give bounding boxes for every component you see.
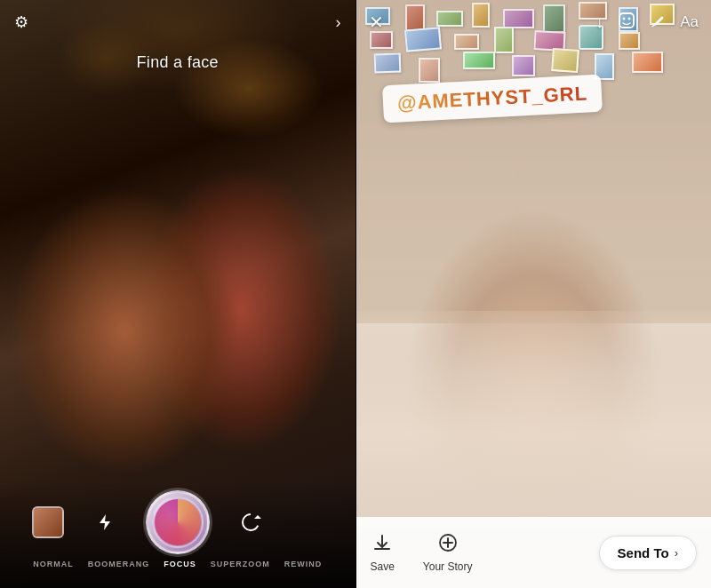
send-to-chevron-icon: › — [675, 546, 678, 560]
svg-point-3 — [623, 17, 626, 20]
save-action[interactable]: Save — [371, 533, 395, 573]
flash-button[interactable] — [89, 506, 121, 538]
save-label: Save — [371, 560, 395, 573]
gallery-thumbnail[interactable] — [32, 506, 64, 538]
camera-bottom-controls: NORMAL BOOMERANG FOCUS SUPERZOOM REWIND — [0, 481, 356, 588]
svg-rect-2 — [619, 13, 634, 28]
your-story-icon — [438, 533, 458, 557]
svg-marker-1 — [254, 515, 261, 519]
your-story-label: Your Story — [423, 560, 473, 573]
draw-icon[interactable] — [650, 12, 666, 33]
camera-top-bar: ⚙ › — [0, 0, 356, 44]
camera-controls-row — [0, 481, 356, 554]
settings-icon[interactable]: ⚙ — [14, 12, 28, 32]
mode-rewind[interactable]: REWIND — [284, 560, 323, 568]
thumbnail-image — [34, 508, 62, 536]
capture-button-inner — [152, 497, 204, 548]
mode-focus[interactable]: FOCUS — [164, 560, 196, 568]
save-icon — [372, 533, 392, 557]
your-story-action[interactable]: Your Story — [423, 533, 473, 573]
text-tool-button[interactable]: Aa — [680, 13, 699, 31]
story-preview-panel: ✕ ↓ Aa @AMETHYST_GRL — [356, 0, 712, 588]
story-top-bar: ✕ ↓ Aa — [356, 0, 712, 44]
chevron-right-icon[interactable]: › — [336, 13, 341, 32]
story-bottom-actions: Save Your Story — [371, 533, 473, 573]
camera-mode-labels: NORMAL BOOMERANG FOCUS SUPERZOOM REWIND — [0, 554, 356, 576]
svg-point-4 — [628, 17, 631, 20]
mention-text: @AMETHYST_GRL — [396, 82, 587, 114]
find-face-label: Find a face — [0, 53, 356, 72]
switch-camera-button[interactable] — [235, 506, 267, 538]
story-top-icons: ↓ Aa — [595, 12, 699, 34]
download-icon[interactable]: ↓ — [595, 13, 603, 32]
send-to-label: Send To — [618, 545, 669, 560]
camera-panel: ⚙ › Find a face — [0, 0, 356, 588]
bed-area — [356, 311, 712, 517]
send-to-button[interactable]: Send To › — [599, 536, 697, 570]
story-bottom-bar: Save Your Story Send To › — [356, 517, 712, 588]
close-button[interactable]: ✕ — [369, 12, 384, 33]
mode-normal[interactable]: NORMAL — [33, 560, 74, 568]
capture-button[interactable] — [146, 490, 210, 554]
mode-boomerang[interactable]: BOOMERANG — [88, 560, 150, 568]
svg-marker-0 — [100, 514, 110, 530]
spacer — [292, 506, 324, 538]
people-overlay — [0, 53, 356, 481]
mode-superzoom[interactable]: SUPERZOOM — [211, 560, 270, 568]
sticker-icon[interactable] — [618, 12, 635, 34]
